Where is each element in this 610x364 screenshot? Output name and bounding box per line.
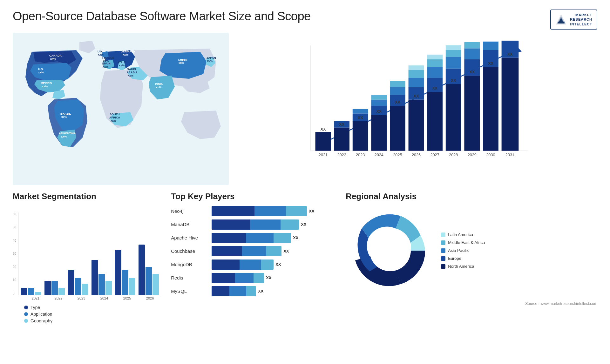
- donut-area: Latin America Middle East & Africa Asia …: [346, 206, 597, 295]
- svg-rect-34: [427, 92, 443, 151]
- regional-title: Regional Analysis: [346, 192, 597, 201]
- seg-2023: [68, 270, 88, 295]
- us-value: xx%: [38, 71, 44, 74]
- seg-x-2024: 2024: [100, 296, 108, 300]
- svg-rect-3: [558, 22, 565, 23]
- header: Open-Source Database Software Market Siz…: [0, 0, 610, 33]
- svg-text:XX: XX: [469, 70, 475, 74]
- player-couchbase: Couchbase XX: [171, 246, 336, 256]
- seg-x-2023: 2023: [78, 296, 85, 300]
- year-2031: 2031: [505, 153, 514, 157]
- svg-text:XX: XX: [414, 94, 419, 98]
- southafrica-label2: AFRICA: [109, 116, 120, 119]
- southafrica-value: xx%: [111, 119, 116, 122]
- players-section: Top Key Players Neo4j XX MariaDB: [171, 192, 336, 331]
- spain-label: SPAIN: [102, 62, 111, 65]
- svg-text:XX: XX: [507, 52, 513, 57]
- svg-rect-46: [464, 76, 480, 151]
- year-2024: 2024: [375, 153, 383, 157]
- svg-text:XX: XX: [395, 100, 400, 104]
- legend-asia-pacific: Asia Pacific: [441, 248, 485, 253]
- world-map-svg: CANADA xx% U.S. xx% MEXICO xx% BRAZIL xx…: [13, 33, 229, 185]
- svg-rect-53: [483, 42, 498, 50]
- svg-rect-44: [446, 45, 461, 50]
- svg-rect-36: [427, 67, 443, 78]
- seg-y-50: 50: [13, 226, 16, 229]
- svg-text:XX: XX: [321, 127, 326, 131]
- svg-rect-31: [409, 70, 424, 78]
- svg-rect-32: [409, 65, 424, 70]
- seg-y-10: 10: [13, 278, 16, 282]
- saudi-label2: ARABIA: [126, 71, 138, 74]
- uk-label: U.K.: [98, 50, 103, 53]
- brazil-value: xx%: [61, 115, 67, 118]
- year-2026: 2026: [412, 153, 421, 157]
- seg-2021: [21, 288, 41, 295]
- seg-x-2022: 2022: [55, 296, 62, 300]
- mexico-value: xx%: [42, 85, 48, 88]
- seg-2022: [44, 281, 65, 295]
- seg-y-40: 40: [13, 239, 16, 242]
- year-2025: 2025: [393, 153, 402, 157]
- svg-rect-42: [446, 57, 461, 69]
- growth-chart-section: XX 2021 XX 2022 XX 2023 XX 2024: [235, 33, 597, 188]
- players-title: Top Key Players: [171, 192, 336, 201]
- saudi-label: SAUDI: [127, 68, 136, 71]
- svg-text:XX: XX: [488, 61, 493, 66]
- year-2030: 2030: [486, 153, 495, 157]
- player-mongodb: MongoDB XX: [171, 260, 336, 270]
- svg-rect-25: [390, 87, 405, 95]
- mexico-label: MEXICO: [41, 82, 52, 85]
- svg-rect-9: [315, 132, 331, 151]
- svg-rect-18: [371, 115, 387, 151]
- legend-latin-america: Latin America: [441, 232, 485, 237]
- player-neo4j: Neo4j XX: [171, 206, 336, 216]
- germany-label: GERMANY: [121, 50, 135, 53]
- spain-value: xx%: [103, 65, 108, 68]
- svg-rect-14: [353, 121, 368, 151]
- year-2029: 2029: [468, 153, 477, 157]
- china-label: CHINA: [178, 58, 187, 61]
- logo-icon: [555, 14, 567, 25]
- svg-rect-43: [446, 50, 461, 57]
- year-2022: 2022: [337, 153, 346, 157]
- players-list: Neo4j XX MariaDB: [171, 206, 336, 296]
- donut-legend: Latin America Middle East & Africa Asia …: [441, 232, 485, 269]
- brazil-label: BRAZIL: [60, 112, 71, 115]
- svg-rect-23: [390, 106, 405, 151]
- legend-north-america: North America: [441, 264, 485, 269]
- svg-text:XX: XX: [339, 122, 344, 127]
- svg-text:XX: XX: [451, 78, 456, 83]
- world-map-section: CANADA xx% U.S. xx% MEXICO xx% BRAZIL xx…: [13, 33, 229, 188]
- svg-rect-40: [446, 84, 461, 151]
- japan-label: JAPAN: [207, 56, 216, 59]
- year-2021: 2021: [319, 153, 328, 157]
- italy-value: xx%: [119, 64, 125, 67]
- seg-x-2021: 2021: [32, 296, 39, 300]
- logo-text: MARKETRESEARCHINTELLECT: [570, 13, 592, 26]
- legend-type: Type: [24, 305, 161, 310]
- india-value: xx%: [156, 86, 161, 89]
- seg-2024: [92, 260, 112, 295]
- seg-y-30: 30: [13, 252, 16, 255]
- svg-point-58: [369, 230, 411, 271]
- seg-x-2026: 2026: [146, 296, 154, 300]
- svg-rect-16: [353, 109, 368, 114]
- svg-rect-48: [464, 48, 480, 59]
- svg-text:XX: XX: [358, 116, 363, 120]
- source-text: Source : www.marketresearchintellect.com: [346, 301, 597, 306]
- svg-rect-28: [409, 99, 424, 151]
- seg-2026: [139, 245, 159, 295]
- donut-chart: [346, 206, 435, 295]
- growth-chart-svg: XX 2021 XX 2022 XX 2023 XX 2024: [241, 39, 591, 172]
- svg-rect-37: [427, 59, 443, 67]
- saudi-value: xx%: [128, 74, 133, 77]
- svg-rect-30: [409, 78, 424, 87]
- legend-europe: Europe: [441, 256, 485, 261]
- svg-rect-51: [483, 67, 498, 151]
- player-mariadb: MariaDB XX: [171, 219, 336, 230]
- china-value: xx%: [179, 61, 184, 64]
- year-2027: 2027: [430, 153, 439, 157]
- legend-application: Application: [24, 312, 161, 317]
- seg-y-20: 20: [13, 265, 16, 269]
